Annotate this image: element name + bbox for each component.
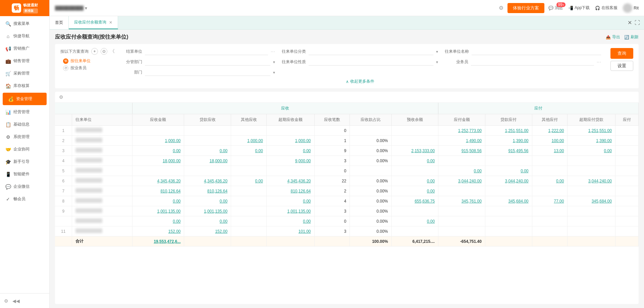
cell-link[interactable]: 810,126.64 [160, 189, 180, 193]
cell-link[interactable]: 0.00 [303, 199, 311, 204]
sidebar-settings-btn[interactable]: ⚙ [4, 298, 8, 304]
scheme-by-partner[interactable]: 畅 按往来单位 [63, 58, 115, 64]
export-button[interactable]: 📤 导出 [606, 34, 620, 40]
filter-collapse-btn[interactable]: 《 [110, 48, 115, 54]
tab-ar-ap[interactable]: 应收应付余额查询 ✕ [69, 16, 118, 29]
sidebar-item-purchase[interactable]: 🛒 采购管理 [0, 67, 49, 80]
cell-link[interactable]: 1,251,551.00 [505, 128, 528, 133]
cell-link[interactable]: 100.00 [552, 138, 564, 143]
sidebar-item-search-menu[interactable]: 🔍 搜索菜单 [0, 17, 49, 30]
partner-category-input[interactable] [309, 48, 433, 55]
cell-link[interactable]: 3,044,240.00 [458, 179, 482, 183]
cell-link[interactable]: 0.00 [303, 148, 311, 153]
cell-link[interactable]: 810,126.64 [290, 189, 311, 193]
tab-close-all-icon[interactable]: ✕ [628, 19, 632, 26]
filter-collapse-more-btn[interactable]: ∧ 收起更多条件 [119, 79, 601, 84]
cell-link[interactable]: 18,000.00 [163, 159, 180, 163]
cell-link[interactable]: 4,345,436.20 [204, 179, 227, 183]
sidebar-item-sales[interactable]: 💼 销售管理 [0, 55, 49, 67]
online-service-button[interactable]: 🎧 在线客服 [595, 5, 618, 11]
cell-link[interactable]: 1,001,135.00 [204, 209, 227, 214]
cell-link[interactable]: 655,636.75 [415, 199, 435, 204]
cell-link[interactable]: 13.00 [554, 148, 564, 153]
partner-category-chevron-icon[interactable]: ▾ [436, 49, 438, 54]
cell-link[interactable]: 0.00 [427, 159, 435, 163]
cell-link[interactable]: 0.00 [427, 219, 435, 224]
cell-link[interactable]: 1,000.00 [247, 138, 263, 143]
settings-button[interactable]: 设置 [610, 61, 633, 71]
filter-add-button[interactable]: + [91, 48, 98, 55]
topbar-gear-icon[interactable]: ⚙ [499, 5, 503, 11]
tab-close-btn[interactable]: ✕ [109, 20, 112, 25]
filter-settings-icon-btn[interactable]: ⊙ [101, 48, 107, 55]
dept-mgr-input[interactable] [145, 58, 270, 65]
cell-link[interactable]: 1,251,551.00 [588, 128, 612, 133]
cell-link[interactable]: 0.00 [303, 219, 311, 224]
partner-name-input[interactable] [472, 48, 601, 55]
dept-mgr-chevron-icon[interactable]: ▾ [273, 60, 275, 64]
cell-link[interactable]: 0.00 [220, 219, 227, 224]
cell-link[interactable]: 345,684.00 [508, 199, 528, 204]
cell-link[interactable]: 0.00 [521, 169, 528, 173]
partner-nature-chevron-icon[interactable]: ▾ [436, 60, 438, 64]
cell-link[interactable]: 0.00 [173, 148, 180, 153]
cell-link[interactable]: 3,044,240.00 [588, 179, 612, 183]
cell-link[interactable]: 1,390.00 [513, 138, 529, 143]
cell-link[interactable]: 3,044,240.00 [505, 179, 528, 183]
sidebar-item-guide[interactable]: 🎓 新手引导 [0, 156, 49, 168]
tab-home[interactable]: 首页 [50, 16, 69, 29]
cell-link[interactable]: 0.00 [556, 179, 564, 183]
message-button[interactable]: 💬 消息 99+ [548, 5, 563, 11]
dept-input[interactable] [145, 69, 270, 76]
sidebar-item-finance[interactable]: 💰 资金管理 [3, 93, 47, 105]
cell-link[interactable]: 0.00 [173, 219, 180, 224]
refresh-button[interactable]: 🔄 刷新 [624, 34, 639, 40]
sidebar-item-enterprise[interactable]: 🤝 企业协同 [0, 143, 49, 156]
partner-nature-input[interactable] [309, 58, 433, 65]
breadcrumb-dropdown[interactable]: ▾ [85, 5, 87, 11]
cell-link[interactable]: 0.00 [220, 199, 227, 204]
cell-link[interactable]: 1,222.00 [548, 128, 564, 133]
cell-link[interactable]: 0.00 [474, 169, 482, 173]
scheme-by-salesman[interactable]: ⏱ 按业务员 [63, 65, 115, 71]
cell-link[interactable]: 152.00 [168, 229, 181, 234]
sidebar-item-quick-nav[interactable]: ⌂ 快捷导航 [0, 30, 49, 42]
cell-link[interactable]: 1,490.00 [466, 138, 482, 143]
salesman-input[interactable] [471, 58, 594, 65]
cell-link[interactable]: 915,508.56 [462, 148, 482, 153]
sidebar-item-hardware[interactable]: 📱 智能硬件 [0, 168, 49, 180]
cell-link[interactable]: 345,761.00 [462, 199, 482, 204]
sidebar-item-operations[interactable]: 📊 经营管理 [0, 106, 49, 118]
dept-chevron-icon[interactable]: ▾ [273, 70, 275, 75]
cell-link[interactable]: 152.00 [215, 229, 227, 234]
cell-link[interactable]: 345,684.00 [592, 199, 612, 204]
cell-link[interactable]: 4,345,436.20 [157, 179, 180, 183]
cell-link[interactable]: 18,000.00 [210, 159, 227, 163]
cell-link[interactable]: 1,252,773.00 [458, 128, 482, 133]
cell-link[interactable]: 810,126.64 [207, 189, 227, 193]
user-avatar-button[interactable]: Rit [623, 3, 639, 13]
cell-link[interactable]: 1,001,135.00 [157, 209, 180, 214]
cell-link[interactable]: 0.00 [255, 148, 263, 153]
cell-link[interactable]: 9,000.00 [295, 159, 311, 163]
promo-button[interactable]: 体验行业方案 [507, 3, 544, 13]
cell-link[interactable]: 0.00 [173, 199, 180, 204]
tab-maximize-icon[interactable]: ⛶ [635, 20, 640, 26]
cell-link[interactable]: 1,390.00 [596, 138, 612, 143]
app-download-button[interactable]: 📲 App下载 [568, 5, 590, 11]
cell-link[interactable]: 1,001,135.00 [287, 209, 311, 214]
sidebar-item-inventory[interactable]: 🏠 库存核算 [0, 80, 49, 92]
cell-link[interactable]: 2,153,333.00 [411, 148, 435, 153]
query-button[interactable]: 查询 [610, 48, 633, 59]
cell-link[interactable]: 0.00 [255, 179, 263, 183]
sidebar-item-base-info[interactable]: 📋 基础信息 [0, 118, 49, 131]
cell-link[interactable]: 0.00 [427, 189, 435, 193]
cell-link[interactable]: 4,345,436.20 [287, 179, 311, 183]
settlement-dots-icon[interactable]: ··· [271, 49, 275, 55]
cell-link[interactable]: 1,000.00 [295, 138, 311, 143]
sidebar-collapse-btn[interactable]: ◀◀ [12, 298, 20, 304]
cell-link[interactable]: 0.00 [427, 179, 435, 183]
sidebar-item-system[interactable]: ⚙ 系统管理 [0, 131, 49, 143]
salesman-dots-icon[interactable]: ··· [597, 59, 601, 65]
cell-link[interactable]: 915,495.56 [508, 148, 528, 153]
